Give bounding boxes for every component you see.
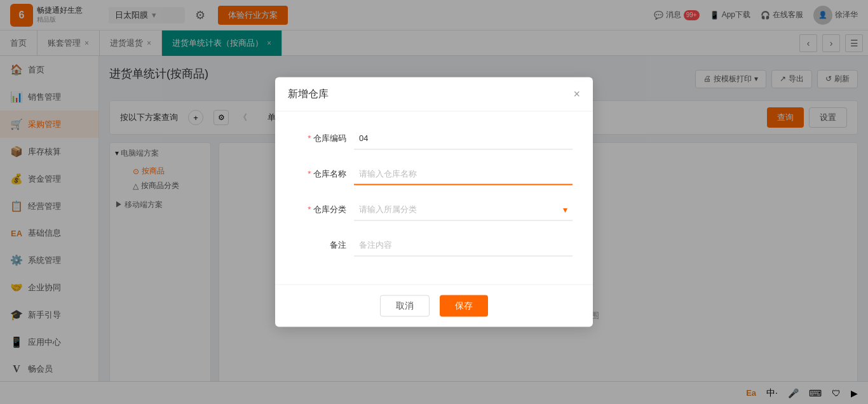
note-input[interactable] (354, 234, 573, 257)
note-field-row: 备注 (295, 234, 573, 257)
category-select[interactable]: 请输入所属分类 ▾ (354, 198, 573, 221)
code-field-row: 仓库编码 (295, 127, 573, 150)
modal-footer: 取消 保存 (275, 285, 593, 327)
name-input[interactable] (354, 163, 573, 185)
code-label: 仓库编码 (295, 133, 346, 144)
category-label: 仓库分类 (295, 204, 346, 215)
name-field-row: 仓库名称 (295, 163, 573, 185)
modal-header: 新增仓库 × (275, 77, 593, 112)
add-warehouse-modal: 新增仓库 × 仓库编码 仓库名称 仓库分类 请输入所属分类 ▾ 备注 取消 保存 (275, 77, 593, 327)
name-label: 仓库名称 (295, 168, 346, 180)
chevron-down-icon: ▾ (563, 204, 567, 214)
note-label: 备注 (295, 239, 346, 251)
modal-title: 新增仓库 (288, 88, 329, 101)
cancel-button[interactable]: 取消 (380, 295, 430, 317)
category-field-row: 仓库分类 请输入所属分类 ▾ (295, 198, 573, 221)
modal-body: 仓库编码 仓库名称 仓库分类 请输入所属分类 ▾ 备注 (275, 112, 593, 285)
modal-close-button[interactable]: × (573, 88, 580, 101)
category-placeholder: 请输入所属分类 (359, 203, 417, 215)
code-input[interactable] (354, 127, 573, 150)
save-button[interactable]: 保存 (440, 295, 488, 317)
